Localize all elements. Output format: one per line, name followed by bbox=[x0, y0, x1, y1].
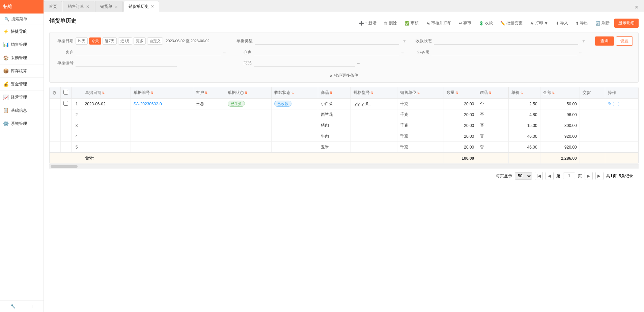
warehouse-input[interactable] bbox=[254, 49, 399, 56]
delete-button[interactable]: 🗑 删除 bbox=[381, 19, 400, 27]
td-doc-no[interactable] bbox=[131, 131, 193, 142]
td-doc-no[interactable] bbox=[131, 120, 193, 131]
date-btn-1month[interactable]: 近1月 bbox=[118, 37, 132, 45]
filter-row-2: 客户 ··· 仓库 ··· 业务员 ··· bbox=[55, 49, 633, 56]
last-page-button[interactable]: ▶| bbox=[595, 172, 604, 180]
sidebar-item-basic-info[interactable]: 📋 基础信息 bbox=[0, 104, 44, 117]
window-close-button[interactable]: ✕ bbox=[632, 2, 641, 12]
more-icon[interactable]: ⋮⋮ bbox=[612, 101, 620, 106]
td-gift: 否 bbox=[477, 131, 509, 142]
doc-no-input[interactable] bbox=[76, 59, 177, 67]
th-doc-no[interactable]: 单据编号⇅ bbox=[131, 87, 193, 99]
batch-change-button[interactable]: ✏️ 批量变更 bbox=[498, 19, 525, 27]
td-doc-no[interactable]: SA-20230602-0 bbox=[131, 99, 193, 109]
th-amount[interactable]: 金额⇅ bbox=[540, 87, 580, 99]
tab-bar: 首页 销售订单 ✕ 销货单 ✕ 销货单历史 ✕ ✕ bbox=[44, 0, 644, 12]
horizontal-scrollbar[interactable] bbox=[49, 164, 639, 168]
sidebar-item-quick-nav[interactable]: ⚡ 快捷导航 bbox=[0, 25, 44, 38]
td-action[interactable] bbox=[605, 131, 638, 142]
date-btn-yesterday[interactable]: 昨天 bbox=[76, 37, 88, 45]
th-sales-unit[interactable]: 销售单位⇅ bbox=[397, 87, 444, 99]
next-page-button[interactable]: ▶ bbox=[585, 172, 593, 180]
tab-sales-history-close[interactable]: ✕ bbox=[151, 4, 154, 9]
collect-button[interactable]: 💲 收款 bbox=[476, 19, 496, 27]
export-button[interactable]: ⬆ 导出 bbox=[573, 19, 591, 27]
td-action[interactable] bbox=[605, 109, 638, 120]
td-checkbox[interactable] bbox=[60, 142, 71, 153]
th-customer[interactable]: 客户⇅ bbox=[193, 87, 225, 99]
sidebar-item-inventory[interactable]: 📦 库存核算 bbox=[0, 64, 44, 78]
customer-input[interactable] bbox=[76, 49, 221, 56]
prev-page-button[interactable]: ◀ bbox=[545, 172, 554, 180]
page-number-input[interactable] bbox=[563, 173, 575, 179]
tab-sales-order[interactable]: 销售订单 ✕ bbox=[63, 1, 94, 12]
settings-icon[interactable]: 🔧 bbox=[10, 304, 16, 309]
th-doc-date[interactable]: 单据日期⇅ bbox=[82, 87, 131, 99]
select-all-checkbox[interactable] bbox=[63, 90, 68, 95]
payment-status-input[interactable] bbox=[434, 37, 578, 45]
td-doc-no[interactable] bbox=[131, 142, 193, 153]
tab-sales-delivery-close[interactable]: ✕ bbox=[114, 4, 118, 9]
pause-icon[interactable]: ⏸ bbox=[29, 304, 33, 309]
td-checkbox[interactable] bbox=[60, 131, 71, 142]
salesperson-input[interactable] bbox=[431, 49, 577, 56]
page-size-select[interactable]: 50 100 200 bbox=[515, 172, 532, 180]
td-goods: 西兰花 bbox=[318, 109, 351, 120]
td-doc-no[interactable] bbox=[131, 109, 193, 120]
salesperson-dots[interactable]: ··· bbox=[579, 50, 582, 55]
date-btn-today[interactable]: 今天 bbox=[89, 37, 101, 45]
goods-dots[interactable]: ··· bbox=[357, 61, 360, 66]
sidebar-item-operations[interactable]: 📈 经营管理 bbox=[0, 91, 44, 104]
date-btn-more[interactable]: 更多 bbox=[134, 37, 146, 45]
th-settings[interactable]: ⚙ bbox=[50, 87, 60, 99]
td-checkbox[interactable] bbox=[60, 99, 71, 109]
payment-status-dropdown-icon[interactable]: ▼ bbox=[582, 39, 586, 44]
tab-home[interactable]: 首页 bbox=[44, 1, 62, 12]
sales-icon: 📊 bbox=[3, 42, 9, 48]
td-doc-status bbox=[225, 120, 271, 131]
customer-dots[interactable]: ··· bbox=[223, 50, 226, 55]
td-action[interactable] bbox=[605, 142, 638, 153]
th-unit-price[interactable]: 单价⇅ bbox=[508, 87, 540, 99]
sidebar-item-purchase-mgmt[interactable]: 🏠 采购管理 bbox=[0, 51, 44, 64]
tab-sales-history[interactable]: 销货单历史 ✕ bbox=[123, 1, 159, 12]
th-spec-type[interactable]: 规格型号⇅ bbox=[351, 87, 397, 99]
doc-type-input[interactable] bbox=[255, 37, 399, 45]
abandon-button[interactable]: ↩ 弃审 bbox=[456, 19, 474, 27]
tab-sales-delivery[interactable]: 销货单 ✕ bbox=[95, 1, 123, 12]
td-checkbox[interactable] bbox=[60, 109, 71, 120]
td-checkbox[interactable] bbox=[60, 120, 71, 131]
date-btn-custom[interactable]: 自定义 bbox=[147, 37, 163, 45]
new-button[interactable]: ➕ + 新增 bbox=[356, 19, 379, 27]
setting-button[interactable]: 设置 bbox=[616, 36, 633, 46]
edit-icon[interactable]: ✎ bbox=[608, 101, 612, 106]
th-payment-status[interactable]: 收款状态⇅ bbox=[271, 87, 318, 99]
query-button[interactable]: 查询 bbox=[595, 36, 614, 46]
th-gift[interactable]: 赠品⇅ bbox=[477, 87, 509, 99]
import-button[interactable]: ⬇ 导入 bbox=[553, 19, 571, 27]
sidebar-item-sales-mgmt[interactable]: 📊 销售管理 bbox=[0, 38, 44, 51]
th-goods[interactable]: 商品⇅ bbox=[318, 87, 351, 99]
sidebar-item-finance[interactable]: 💰 资金管理 bbox=[0, 78, 44, 91]
first-page-button[interactable]: |◀ bbox=[535, 172, 543, 180]
tab-sales-order-close[interactable]: ✕ bbox=[86, 4, 89, 9]
refresh-button[interactable]: 🔄 刷新 bbox=[593, 19, 612, 27]
collapse-btn[interactable]: ∧ 收起更多条件 bbox=[55, 70, 633, 78]
sidebar-search[interactable]: 🔍 搜索菜单 bbox=[0, 14, 44, 25]
td-action[interactable]: ✎⋮⋮ bbox=[605, 99, 638, 109]
audit-print-button[interactable]: 🖨 审核并打印 bbox=[423, 19, 454, 27]
th-qty[interactable]: 数量⇅ bbox=[444, 87, 477, 99]
audit-button[interactable]: ✅ 审核 bbox=[402, 19, 421, 27]
doc-type-dropdown-icon[interactable]: ▼ bbox=[402, 39, 407, 44]
warehouse-dots[interactable]: ··· bbox=[401, 50, 404, 55]
sidebar-item-system-mgmt[interactable]: ⚙️ 系统管理 bbox=[0, 117, 44, 130]
gear-icon[interactable]: ⚙ bbox=[52, 90, 57, 96]
show-detail-button[interactable]: 显示明细 bbox=[614, 19, 639, 28]
print-label: 打印 bbox=[535, 20, 543, 26]
th-doc-status[interactable]: 单据状态⇅ bbox=[225, 87, 271, 99]
print-button[interactable]: 🖨 打印 ▼ bbox=[527, 19, 551, 27]
goods-input[interactable] bbox=[254, 59, 355, 67]
scroll-thumb[interactable] bbox=[51, 165, 78, 168]
date-btn-7days[interactable]: 近7天 bbox=[103, 37, 117, 45]
td-action[interactable] bbox=[605, 120, 638, 131]
